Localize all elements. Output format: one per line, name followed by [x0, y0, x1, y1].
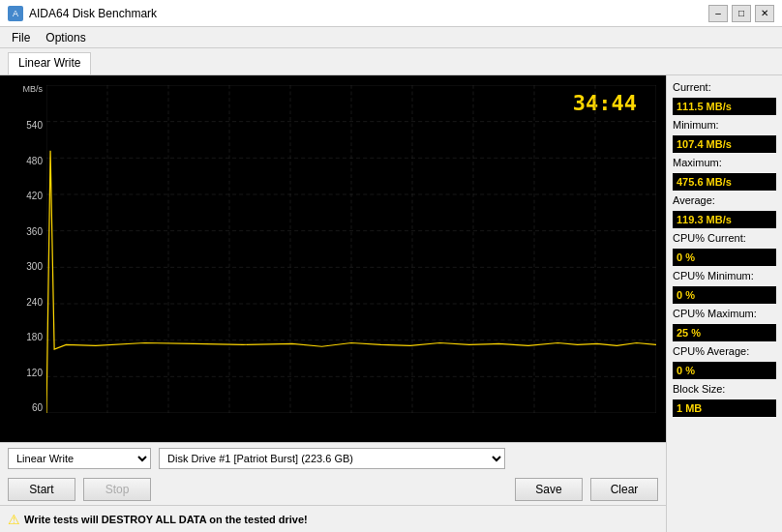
- y-tick-240: 240: [26, 298, 43, 308]
- menu-options[interactable]: Options: [38, 29, 93, 46]
- close-button[interactable]: ✕: [755, 5, 774, 22]
- y-tick-420: 420: [26, 192, 43, 201]
- bottom-bar: Linear Write Linear Read Random Write Ra…: [0, 442, 666, 532]
- save-button[interactable]: Save: [515, 478, 583, 501]
- control-row-1: Linear Write Linear Read Random Write Ra…: [0, 443, 666, 474]
- y-tick-180: 180: [26, 333, 43, 342]
- tab-bar: Linear Write: [0, 48, 782, 75]
- chart-inner: 34:44: [46, 85, 656, 413]
- minimize-button[interactable]: –: [708, 5, 728, 22]
- app-icon: A: [8, 6, 23, 21]
- chart-container: MB/s 540 480 420 360 300 240 180 120 60 …: [0, 75, 666, 442]
- cpu-average-value: 0 %: [673, 362, 776, 379]
- tab-linear-write[interactable]: Linear Write: [8, 52, 91, 74]
- test-type-dropdown[interactable]: Linear Write Linear Read Random Write Ra…: [8, 448, 151, 469]
- cpu-current-value: 0 %: [673, 249, 776, 266]
- cpu-minimum-value: 0 %: [673, 286, 776, 304]
- cpu-current-label: CPU% Current:: [673, 232, 776, 244]
- menu-bar: File Options: [0, 27, 782, 48]
- cpu-maximum-value: 25 %: [673, 324, 776, 341]
- y-tick-mbs: MB/s: [22, 85, 43, 94]
- maximum-label: Maximum:: [673, 157, 776, 168]
- minimum-label: Minimum:: [673, 119, 776, 131]
- cpu-minimum-label: CPU% Minimum:: [673, 270, 776, 281]
- maximize-button[interactable]: □: [732, 5, 751, 22]
- current-value: 111.5 MB/s: [673, 98, 776, 115]
- cpu-maximum-label: CPU% Maximum:: [673, 308, 776, 319]
- blocksize-label: Block Size:: [673, 383, 776, 395]
- y-tick-120: 120: [26, 369, 43, 378]
- y-tick-360: 360: [26, 227, 43, 237]
- warning-text: Write tests will DESTROY ALL DATA on the…: [24, 514, 308, 525]
- stop-button[interactable]: Stop: [83, 478, 151, 501]
- drive-select-dropdown[interactable]: Disk Drive #1 [Patriot Burst] (223.6 GB): [159, 448, 505, 469]
- main-area: MB/s 540 480 420 360 300 240 180 120 60 …: [0, 75, 782, 532]
- y-axis: MB/s 540 480 420 360 300 240 180 120 60: [0, 85, 46, 413]
- y-tick-60: 60: [32, 403, 43, 413]
- minimum-value: 107.4 MB/s: [673, 135, 776, 153]
- average-value: 119.3 MB/s: [673, 211, 776, 228]
- y-tick-480: 480: [26, 157, 43, 166]
- blocksize-value: 1 MB: [673, 399, 776, 417]
- chart-area: MB/s 540 480 420 360 300 240 180 120 60 …: [0, 75, 666, 532]
- window-title: AIDA64 Disk Benchmark: [29, 7, 157, 20]
- average-label: Average:: [673, 194, 776, 206]
- menu-file[interactable]: File: [4, 29, 38, 46]
- start-button[interactable]: Start: [8, 478, 75, 501]
- current-label: Current:: [673, 81, 776, 93]
- y-tick-540: 540: [26, 121, 43, 131]
- maximum-value: 475.6 MB/s: [673, 173, 776, 191]
- y-tick-300: 300: [26, 262, 43, 272]
- chart-svg: 0 10 20 30 40 50 60 70 80 90 100 %: [46, 85, 656, 413]
- stats-panel: Current: 111.5 MB/s Minimum: 107.4 MB/s …: [666, 75, 782, 532]
- title-bar-left: A AIDA64 Disk Benchmark: [8, 6, 157, 21]
- title-bar: A AIDA64 Disk Benchmark – □ ✕: [0, 0, 782, 27]
- window-controls: – □ ✕: [708, 5, 774, 22]
- clear-button[interactable]: Clear: [590, 478, 658, 501]
- cpu-average-label: CPU% Average:: [673, 345, 776, 357]
- warning-icon: ⚠: [8, 512, 20, 527]
- control-row-2: Start Stop Save Clear: [0, 474, 666, 505]
- warning-row: ⚠ Write tests will DESTROY ALL DATA on t…: [0, 505, 666, 532]
